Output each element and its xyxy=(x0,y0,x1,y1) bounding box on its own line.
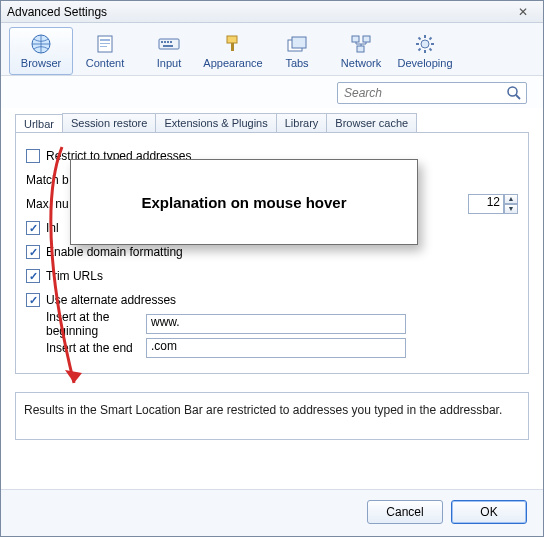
checkbox-domainfmt[interactable] xyxy=(26,245,40,259)
svg-rect-14 xyxy=(292,37,306,48)
help-text: Results in the Smart Location Bar are re… xyxy=(24,403,502,417)
spinner-max[interactable]: 12 ▲ ▼ xyxy=(468,194,518,214)
svg-rect-6 xyxy=(161,41,163,43)
window-title: Advanced Settings xyxy=(7,5,107,19)
toolbar-item-input[interactable]: Input xyxy=(137,27,201,75)
label-inline: Inl xyxy=(46,221,59,235)
network-icon xyxy=(350,33,372,55)
dialog-buttons: Cancel OK xyxy=(1,489,543,536)
checkbox-trim[interactable] xyxy=(26,269,40,283)
toolbar-label: Input xyxy=(157,57,181,69)
svg-rect-10 xyxy=(163,45,173,47)
svg-line-23 xyxy=(419,38,421,40)
tab-urlbar[interactable]: Urlbar xyxy=(15,114,63,133)
svg-rect-12 xyxy=(231,43,234,51)
toolbar: Browser Content Input Appearance Tabs xyxy=(1,23,543,76)
label-max: Max. nu xyxy=(26,197,69,211)
svg-line-26 xyxy=(430,38,432,40)
paint-icon xyxy=(222,33,244,55)
svg-rect-16 xyxy=(363,36,370,42)
svg-line-28 xyxy=(516,95,520,99)
spinner-up-icon[interactable]: ▲ xyxy=(504,194,518,204)
panel-urlbar: Restrict to typed addresses Match b Max.… xyxy=(15,132,529,374)
toolbar-label: Content xyxy=(86,57,125,69)
tab-extensions-plugins[interactable]: Extensions & Plugins xyxy=(155,113,276,132)
gear-icon xyxy=(414,33,436,55)
toolbar-label: Tabs xyxy=(285,57,308,69)
svg-line-24 xyxy=(430,49,432,51)
ok-button[interactable]: OK xyxy=(451,500,527,524)
svg-rect-11 xyxy=(227,36,237,43)
toolbar-label: Developing xyxy=(397,57,452,69)
svg-rect-7 xyxy=(164,41,166,43)
toolbar-label: Appearance xyxy=(203,57,262,69)
search-icon xyxy=(506,85,522,101)
row-altaddr: Use alternate addresses xyxy=(26,289,518,311)
search-input[interactable] xyxy=(342,85,506,101)
help-description: Results in the Smart Location Bar are re… xyxy=(15,392,529,440)
spinner-value[interactable]: 12 xyxy=(468,194,504,214)
checkbox-restrict[interactable] xyxy=(26,149,40,163)
titlebar: Advanced Settings ✕ xyxy=(1,1,543,23)
svg-rect-9 xyxy=(170,41,172,43)
close-icon[interactable]: ✕ xyxy=(509,5,537,19)
label-altaddr: Use alternate addresses xyxy=(46,293,176,307)
label-domainfmt: Enable domain formatting xyxy=(46,245,183,259)
annotation-tooltip: Explanation on mouse hover xyxy=(70,159,418,245)
toolbar-item-network[interactable]: Network xyxy=(329,27,393,75)
row-insert-end: Insert at the end .com xyxy=(26,337,518,359)
spinner-down-icon[interactable]: ▼ xyxy=(504,204,518,214)
document-icon xyxy=(94,33,116,55)
tab-library[interactable]: Library xyxy=(276,113,328,132)
checkbox-altaddr[interactable] xyxy=(26,293,40,307)
label-insert-end: Insert at the end xyxy=(26,341,146,355)
toolbar-item-browser[interactable]: Browser xyxy=(9,27,73,75)
label-trim: Trim URLs xyxy=(46,269,103,283)
tabs-icon xyxy=(286,33,308,55)
svg-point-18 xyxy=(421,40,429,48)
svg-rect-17 xyxy=(357,46,364,52)
checkbox-inline[interactable] xyxy=(26,221,40,235)
tabstrip: Urlbar Session restore Extensions & Plug… xyxy=(15,108,529,132)
toolbar-item-appearance[interactable]: Appearance xyxy=(201,27,265,75)
label-insert-begin: Insert at the beginning xyxy=(26,310,146,338)
svg-rect-8 xyxy=(167,41,169,43)
content-area: Urlbar Session restore Extensions & Plug… xyxy=(1,108,543,489)
svg-point-27 xyxy=(508,87,517,96)
row-insert-begin: Insert at the beginning www. xyxy=(26,313,518,335)
toolbar-item-content[interactable]: Content xyxy=(73,27,137,75)
toolbar-item-developing[interactable]: Developing xyxy=(393,27,457,75)
cancel-button[interactable]: Cancel xyxy=(367,500,443,524)
svg-rect-4 xyxy=(100,46,107,47)
toolbar-label: Network xyxy=(341,57,381,69)
search-box[interactable] xyxy=(337,82,527,104)
input-insert-begin[interactable]: www. xyxy=(146,314,406,334)
row-trim: Trim URLs xyxy=(26,265,518,287)
toolbar-label: Browser xyxy=(21,57,61,69)
svg-rect-3 xyxy=(100,43,110,44)
annotation-tooltip-text: Explanation on mouse hover xyxy=(141,194,346,211)
svg-line-25 xyxy=(419,49,421,51)
svg-rect-2 xyxy=(100,39,110,41)
toolbar-item-tabs[interactable]: Tabs xyxy=(265,27,329,75)
tab-session-restore[interactable]: Session restore xyxy=(62,113,156,132)
input-insert-end[interactable]: .com xyxy=(146,338,406,358)
svg-marker-29 xyxy=(65,370,82,383)
svg-rect-15 xyxy=(352,36,359,42)
window: Advanced Settings ✕ Browser Content Inpu… xyxy=(0,0,544,537)
tab-browser-cache[interactable]: Browser cache xyxy=(326,113,417,132)
label-match: Match b xyxy=(26,173,69,187)
svg-rect-5 xyxy=(159,39,179,49)
keyboard-icon xyxy=(158,33,180,55)
globe-icon xyxy=(30,33,52,55)
search-row xyxy=(1,76,543,108)
